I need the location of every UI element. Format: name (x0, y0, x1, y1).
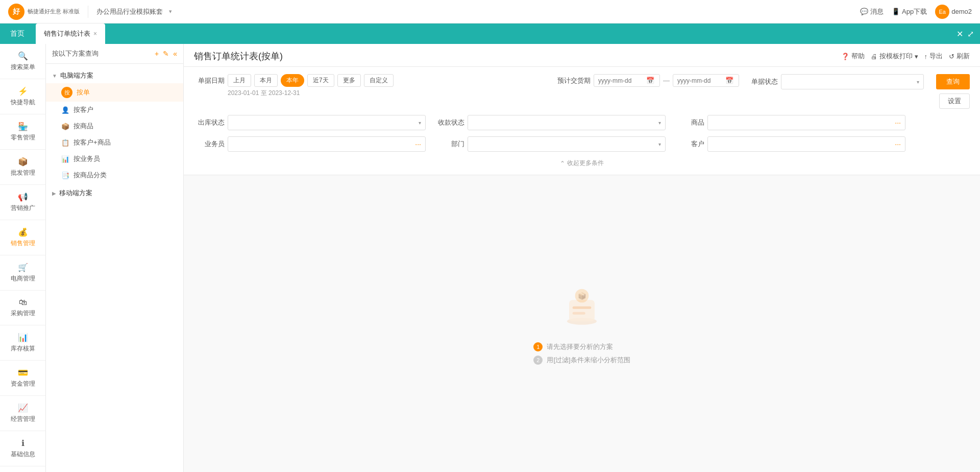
sidebar-item-sales[interactable]: 💰 销售管理 (0, 220, 45, 255)
status-select[interactable]: ▾ (781, 74, 924, 89)
edit-scheme-btn[interactable]: ✎ (163, 50, 169, 58)
calendar-start-icon[interactable]: 📅 (646, 77, 654, 84)
sidebar-item-system[interactable]: ⚙ 系统管理 (0, 466, 45, 472)
sidebar-item-ecommerce[interactable]: 🛒 电商管理 (0, 255, 45, 291)
page-title: 销售订单统计表(按单) (194, 50, 283, 62)
collapse-panel-btn[interactable]: « (173, 50, 177, 58)
tab-home[interactable]: 首页 (0, 23, 35, 44)
customer-more-icon[interactable]: ··· (895, 140, 901, 148)
department-dropdown-icon: ▾ (658, 141, 661, 147)
svg-rect-1 (569, 300, 595, 321)
sidebar-item-retail[interactable]: 🏪 零售管理 (0, 114, 45, 150)
calendar-end-icon[interactable]: 📅 (725, 77, 733, 84)
collapse-label: 收起更多条件 (567, 159, 604, 168)
setting-btn[interactable]: 设置 (939, 93, 970, 109)
sidebar-item-search-menu[interactable]: 🔍 搜索菜单 (0, 44, 45, 79)
print-dropdown-icon[interactable]: ▾ (915, 53, 918, 60)
department-select[interactable]: ▾ (468, 136, 666, 152)
tree-group-pc-header[interactable]: ▼ 电脑端方案 (46, 68, 183, 83)
more-date-btn[interactable]: 更多 (337, 74, 361, 87)
right-content: 销售订单统计表(按单) ❓ 帮助 🖨 按模板打印 ▾ ↑ 导出 (184, 44, 980, 472)
tree-item-by-customer[interactable]: 👤 按客户 (46, 102, 183, 118)
collapse-bar[interactable]: ⌃ 收起更多条件 (560, 159, 604, 168)
top-bar-right: 💬 消息 📱 App下载 Ea demo2 (860, 5, 972, 19)
sidebar-item-purchase[interactable]: 🛍 采购管理 (0, 291, 45, 325)
sidebar-item-quick-nav[interactable]: ⚡ 快捷导航 (0, 79, 45, 114)
salesman-select[interactable]: ··· (228, 136, 426, 152)
expected-date-end-input[interactable] (677, 77, 723, 84)
avatar: Ea (935, 5, 949, 19)
product-more-icon[interactable]: ··· (895, 119, 901, 127)
tree-item-by-customer-product-icon: 📋 (61, 139, 69, 147)
quick-nav-icon: ⚡ (18, 86, 28, 96)
tree-item-by-salesman-label: 按业务员 (74, 154, 100, 163)
svg-rect-2 (573, 306, 592, 309)
refresh-btn[interactable]: ↺ 刷新 (949, 52, 970, 61)
salesman-more-icon[interactable]: ··· (415, 140, 421, 148)
last7days-btn[interactable]: 近7天 (307, 74, 334, 87)
product-label: 商品 (674, 118, 704, 127)
product-select[interactable]: ··· (707, 115, 905, 130)
sidebar-item-marketing[interactable]: 📢 营销推广 (0, 185, 45, 220)
refresh-icon: ↺ (949, 53, 954, 60)
logo-area: 好 畅捷通好生意 标准版 (8, 4, 80, 20)
export-icon: ↑ (924, 53, 928, 60)
sidebar-item-wholesale[interactable]: 📦 批发管理 (0, 150, 45, 185)
logo-text: 畅捷通好生意 标准版 (28, 8, 80, 15)
main-layout: 🔍 搜索菜单 ⚡ 快捷导航 🏪 零售管理 📦 批发管理 📢 营销推广 💰 销售管… (0, 44, 980, 472)
add-scheme-btn[interactable]: + (155, 50, 159, 58)
page-header: 销售订单统计表(按单) ❓ 帮助 🖨 按模板打印 ▾ ↑ 导出 (184, 44, 980, 67)
tree-item-by-salesman[interactable]: 📊 按业务员 (46, 151, 183, 167)
tip-num-1: 1 (533, 342, 543, 351)
window-expand-btn[interactable]: ⤢ (967, 29, 974, 39)
empty-tip-2: 2 用[过滤]条件来缩小分析范围 (533, 356, 630, 365)
user-profile[interactable]: Ea demo2 (935, 5, 972, 19)
message-btn[interactable]: 💬 消息 (860, 7, 884, 16)
sidebar-item-inventory[interactable]: 📊 库存核算 (0, 325, 45, 361)
print-btn[interactable]: 🖨 按模板打印 ▾ (871, 52, 918, 61)
left-panel: 按以下方案查询 + ✎ « ▼ 电脑端方案 按 (46, 44, 184, 472)
this-year-btn[interactable]: 本年 (281, 74, 304, 87)
tree-item-by-product[interactable]: 📦 按商品 (46, 118, 183, 134)
empty-tip-2-text: 用[过滤]条件来缩小分析范围 (547, 356, 630, 365)
ship-status-select[interactable]: ▾ (228, 115, 426, 130)
last-month-btn[interactable]: 上月 (228, 74, 251, 87)
left-panel-header: 按以下方案查询 + ✎ « (46, 44, 183, 64)
left-panel-actions: + ✎ « (155, 50, 177, 58)
status-dropdown-icon: ▾ (917, 79, 919, 85)
collapse-chevron-icon: ⌃ (560, 160, 565, 167)
refresh-label: 刷新 (957, 52, 970, 61)
window-close-btn[interactable]: ✕ (957, 29, 963, 39)
date-range-text: 2023-01-01 至 2023-12-31 (228, 89, 300, 97)
tree-item-by-order[interactable]: 按 按单 (46, 83, 183, 102)
payment-status-select[interactable]: ▾ (468, 115, 666, 130)
left-panel-title: 按以下方案查询 (52, 49, 99, 58)
date-filter-label: 单据日期 (194, 76, 225, 85)
tab-current[interactable]: 销售订单统计表 × (36, 23, 105, 44)
sidebar-item-operations[interactable]: 📈 经营管理 (0, 396, 45, 431)
tree-group-mobile-header[interactable]: ▶ 移动端方案 (46, 185, 183, 201)
sidebar-item-basic[interactable]: ℹ 基础信息 (0, 431, 45, 466)
help-btn[interactable]: ❓ 帮助 (841, 52, 865, 61)
retail-icon: 🏪 (18, 122, 28, 131)
sales-icon: 💰 (18, 227, 28, 237)
sidebar-item-finance[interactable]: 💳 资金管理 (0, 361, 45, 396)
sidebar: 🔍 搜索菜单 ⚡ 快捷导航 🏪 零售管理 📦 批发管理 📢 营销推广 💰 销售管… (0, 44, 46, 472)
custom-date-btn[interactable]: 自定义 (364, 74, 394, 87)
customer-select[interactable]: ··· (707, 136, 905, 152)
export-btn[interactable]: ↑ 导出 (924, 52, 943, 61)
expected-date-start-input[interactable] (598, 77, 644, 84)
tree-item-by-customer-product[interactable]: 📋 按客户+商品 (46, 134, 183, 151)
query-btn[interactable]: 查询 (936, 74, 970, 89)
tree-item-by-category[interactable]: 📑 按商品分类 (46, 167, 183, 183)
help-label: 帮助 (851, 52, 865, 61)
top-bar: 好 畅捷通好生意 标准版 办公用品行业模拟账套 ▾ 💬 消息 📱 App下载 E… (0, 0, 980, 23)
tab-close-icon[interactable]: × (93, 30, 97, 37)
this-month-btn[interactable]: 本月 (254, 74, 278, 87)
purchase-icon: 🛍 (19, 298, 27, 307)
app-download-btn[interactable]: 📱 App下载 (892, 7, 927, 16)
app-dropdown-icon[interactable]: ▾ (169, 8, 172, 15)
tree-item-by-product-icon: 📦 (61, 123, 69, 130)
tree-item-by-order-label: 按单 (77, 88, 90, 97)
query-area: 查询 设置 (936, 74, 970, 109)
